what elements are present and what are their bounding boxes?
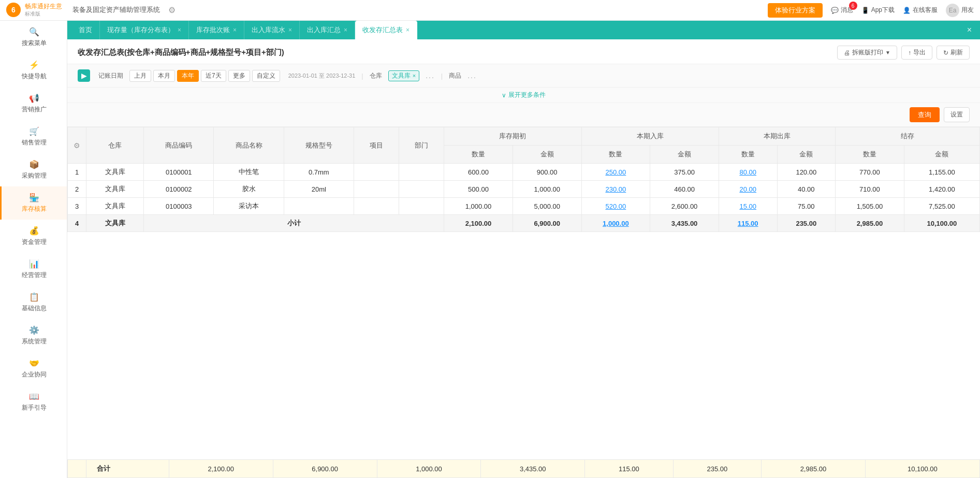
col-in-qty: 数量 xyxy=(581,146,650,164)
warehouse-more-dots[interactable]: ... xyxy=(426,71,435,80)
goods-label: 商品 xyxy=(449,71,461,80)
refresh-icon: ↻ xyxy=(943,49,948,56)
row2-dept xyxy=(399,181,444,198)
sidebar-item-system[interactable]: ⚙️ 系统管理 xyxy=(0,319,67,352)
service-icon: 👤 xyxy=(903,7,911,14)
trial-button[interactable]: 体验行业方案 xyxy=(768,3,823,18)
sidebar-item-inventory[interactable]: 🏪 库存核算 xyxy=(0,186,67,220)
subtotal-in-amt: 3,435.00 xyxy=(650,215,719,232)
sidebar-item-search[interactable]: 🔍 搜索菜单 xyxy=(0,21,67,54)
corp-icon: 🤝 xyxy=(29,358,39,368)
subtotal-open-qty: 2,100.00 xyxy=(444,215,513,232)
sidebar-item-purchase[interactable]: 📦 采购管理 xyxy=(0,153,67,186)
warehouse-tag-close[interactable]: × xyxy=(413,73,416,79)
table-settings-icon[interactable]: ⚙ xyxy=(74,141,80,150)
sidebar-item-marketing[interactable]: 📢 营销推广 xyxy=(0,87,67,120)
tab-summary[interactable]: 出入库汇总 × xyxy=(300,21,355,39)
sidebar-item-corp[interactable]: 🤝 企业协同 xyxy=(0,352,67,385)
data-table: ⚙ 仓库 商品编码 商品名称 规格型号 项目 部门 库存期初 本期入库 本期出库… xyxy=(67,127,980,232)
tabs-bar: 首页 现存量（库存分布表） × 库存批次账 × 出入库流水 × 出入库汇总 × … xyxy=(67,21,980,39)
query-button[interactable]: 查询 xyxy=(910,107,940,122)
tab-recv-send[interactable]: 收发存汇总表 × xyxy=(355,21,417,39)
col-warehouse-header: 仓库 xyxy=(86,127,144,164)
sidebar: 🔍 搜索菜单 ⚡ 快捷导航 📢 营销推广 🛒 销售管理 📦 采购管理 🏪 库存核… xyxy=(0,21,67,478)
goods-more-dots[interactable]: ... xyxy=(467,71,477,80)
sidebar-item-finance[interactable]: 💰 资金管理 xyxy=(0,220,67,253)
col-open-qty: 数量 xyxy=(444,146,513,164)
subtotal-in-qty[interactable]: 1,000.00 xyxy=(581,215,650,232)
row3-out-qty[interactable]: 15.00 xyxy=(719,198,777,215)
col-balance-header: 结存 xyxy=(836,127,980,146)
user-menu[interactable]: Ea 用友 xyxy=(946,4,974,17)
total-out-qty: 115.00 xyxy=(585,460,673,478)
message-icon: 💬 xyxy=(831,7,839,14)
refresh-button[interactable]: ↻ 刷新 xyxy=(937,46,970,60)
logo-area: 6 畅库通好生意 标准版 装备及固定资产辅助管理系统 ⚙ xyxy=(6,3,175,17)
row2-bal-amt: 1,420.00 xyxy=(904,181,979,198)
filter-toggle-button[interactable]: ▶ xyxy=(78,69,90,82)
row1-name: 中性笔 xyxy=(214,164,284,181)
row1-in-amt: 375.00 xyxy=(650,164,719,181)
tab-flow[interactable]: 出入库流水 × xyxy=(244,21,300,39)
sales-icon: 🛒 xyxy=(29,126,39,136)
tab-batch[interactable]: 库存批次账 × xyxy=(189,21,244,39)
total-row: 合计 2,100.00 6,900.00 1,000.00 3,435.00 1… xyxy=(68,460,980,478)
message-button[interactable]: 💬 消息 6 xyxy=(831,6,853,15)
tab-close-stock-dist[interactable]: × xyxy=(178,26,181,34)
row1-in-qty[interactable]: 250.00 xyxy=(581,164,650,181)
warehouse-label: 仓库 xyxy=(370,71,382,80)
sidebar-item-operation[interactable]: 📊 经营管理 xyxy=(0,253,67,286)
sidebar-item-quicknav[interactable]: ⚡ 快捷导航 xyxy=(0,54,67,87)
content-area: 首页 现存量（库存分布表） × 库存批次账 × 出入库流水 × 出入库汇总 × … xyxy=(67,21,980,478)
date-btn-prev-month[interactable]: 上月 xyxy=(129,70,151,82)
date-btn-more[interactable]: 更多 xyxy=(228,70,250,82)
sidebar-label-operation: 经营管理 xyxy=(22,271,47,280)
total-label: 合计 xyxy=(86,460,169,478)
subtotal-out-qty[interactable]: 115.00 xyxy=(719,215,777,232)
row3-dept xyxy=(399,198,444,215)
row1-bal-amt: 1,155.00 xyxy=(904,164,979,181)
date-btn-custom[interactable]: 自定义 xyxy=(252,70,280,82)
marketing-icon: 📢 xyxy=(29,93,39,103)
expand-row: ∨ 展开更多条件 xyxy=(67,88,980,103)
expand-conditions-button[interactable]: ∨ 展开更多条件 xyxy=(502,91,546,99)
settings-icon[interactable]: ⚙ xyxy=(168,5,175,15)
tab-stock-dist[interactable]: 现存量（库存分布表） × xyxy=(100,21,189,39)
tab-close-recv-send[interactable]: × xyxy=(406,26,409,34)
row3-in-amt: 2,600.00 xyxy=(650,198,719,215)
row2-out-qty[interactable]: 20.00 xyxy=(719,181,777,198)
row3-warehouse: 文具库 xyxy=(86,198,144,215)
total-in-amt: 3,435.00 xyxy=(481,460,585,478)
row2-in-qty[interactable]: 230.00 xyxy=(581,181,650,198)
print-button[interactable]: 🖨 拆账版打印 ▼ xyxy=(837,46,897,60)
sidebar-item-sales[interactable]: 🛒 销售管理 xyxy=(0,120,67,153)
row2-bal-qty: 710.00 xyxy=(836,181,904,198)
online-service-button[interactable]: 👤 在线客服 xyxy=(903,6,938,15)
sidebar-item-basic[interactable]: 📋 基础信息 xyxy=(0,286,67,319)
col-bal-qty: 数量 xyxy=(836,146,904,164)
row3-out-amt: 75.00 xyxy=(777,198,836,215)
col-in-header: 本期入库 xyxy=(581,127,719,146)
header-right: 体验行业方案 💬 消息 6 📱 App下载 👤 在线客服 Ea 用友 xyxy=(768,3,974,18)
purchase-icon: 📦 xyxy=(29,160,39,169)
tab-home[interactable]: 首页 xyxy=(71,21,100,39)
page-header: 收发存汇总表(按仓库+商品编码+商品+规格型号+项目+部门) 🖨 拆账版打印 ▼… xyxy=(67,39,980,64)
table-row: 1 文具库 0100001 中性笔 0.7mm 600.00 900.00 25… xyxy=(68,164,980,181)
row3-in-qty[interactable]: 520.00 xyxy=(581,198,650,215)
export-button[interactable]: ↑ 导出 xyxy=(901,46,932,60)
setting-button[interactable]: 设置 xyxy=(944,107,970,122)
tab-close-summary[interactable]: × xyxy=(344,26,347,34)
sidebar-item-guide[interactable]: 📖 新手引导 xyxy=(0,385,67,418)
app-download-button[interactable]: 📱 App下载 xyxy=(861,6,895,15)
date-btn-this-month[interactable]: 本月 xyxy=(153,70,175,82)
tab-close-flow[interactable]: × xyxy=(288,26,292,34)
col-settings-header[interactable]: ⚙ xyxy=(68,127,86,164)
row1-out-qty[interactable]: 80.00 xyxy=(719,164,777,181)
subtotal-bal-amt: 10,100.00 xyxy=(904,215,979,232)
date-btn-this-year[interactable]: 本年 xyxy=(177,70,199,82)
row2-name: 胶水 xyxy=(214,181,284,198)
tab-close-batch[interactable]: × xyxy=(233,26,237,34)
close-all-tabs[interactable]: × xyxy=(963,25,976,35)
print-icon: 🖨 xyxy=(844,49,850,56)
date-btn-7days[interactable]: 近7天 xyxy=(201,70,226,82)
